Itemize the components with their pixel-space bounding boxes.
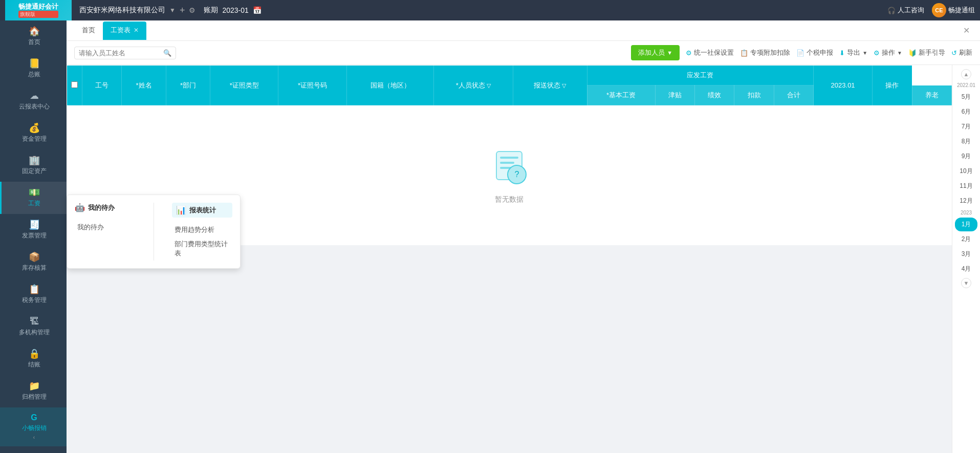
top-header: 畅捷通好会计 旗舰版 西安虾米网络科技有限公司 ▼ + ⚙ 账期 2023-01… <box>0 0 980 20</box>
user-area[interactable]: CE 畅捷通组 <box>932 3 975 17</box>
search-wrap: 🔍 <box>74 47 176 59</box>
calendar-icon[interactable]: 📅 <box>253 6 262 14</box>
popup-item-dept-expense[interactable]: 部门费用类型统计表 <box>172 237 233 261</box>
guide-icon: 🔰 <box>908 49 917 57</box>
sidebar: 🏠 首页 📒 总账 ☁ 云报表中心 💰 资金管理 🏢 固定资产 💵 工资 🧾 发… <box>0 20 67 453</box>
svg-text:?: ? <box>515 170 519 179</box>
timeline-month-12[interactable]: 12月 <box>955 194 977 208</box>
tab-salary[interactable]: 工资表 ✕ <box>103 21 146 40</box>
sidebar-item-inventory[interactable]: 📦 库存核算 <box>0 246 67 278</box>
timeline-month-5[interactable]: 5月 <box>955 90 977 104</box>
special-deduct-btn[interactable]: 📋 专项附加扣除 <box>740 48 790 57</box>
id-number-header: *证照号码 <box>278 66 346 105</box>
sidebar-item-home[interactable]: 🏠 首页 <box>0 20 67 53</box>
toolbar: 🔍 添加人员 ▼ ⚙ 统一社保设置 📋 专项附加扣除 📄 个税申报 <box>67 41 980 65</box>
tab-home[interactable]: 首页 <box>74 21 103 40</box>
sidebar-item-invoice[interactable]: 🧾 发票管理 <box>0 214 67 246</box>
add-person-label: 添加人员 <box>638 48 665 57</box>
settings-icon[interactable]: ⚙ <box>189 6 195 14</box>
logo-area: 畅捷通好会计 旗舰版 <box>5 0 72 20</box>
sidebar-item-basic-settings[interactable]: ⚙ 基础设置 <box>0 446 67 453</box>
export-btn[interactable]: ⬇ 导出 ▼ <box>839 48 867 57</box>
closing-icon: 🔒 <box>29 349 40 358</box>
sidebar-item-fund[interactable]: 💰 资金管理 <box>0 117 67 149</box>
sidebar-item-fixed-assets[interactable]: 🏢 固定资产 <box>0 149 67 182</box>
new-guide-toolbar-label: 新手引导 <box>919 48 945 57</box>
support-btn[interactable]: 🎧 人工咨询 <box>887 6 924 15</box>
country-header: 国籍（地区） <box>346 66 434 105</box>
add-company-icon[interactable]: + <box>180 5 185 16</box>
refresh-btn[interactable]: ↺ 刷新 <box>951 48 972 57</box>
company-selector[interactable]: 西安虾米网络科技有限公司 ▼ + ⚙ 账期 2023-01 📅 <box>72 5 269 16</box>
sidebar-item-ledger[interactable]: 📒 总账 <box>0 53 67 85</box>
timeline-month-10[interactable]: 10月 <box>955 164 977 178</box>
timeline-month-8[interactable]: 8月 <box>955 135 977 148</box>
timeline-year-2022: 2022.01 <box>957 81 975 90</box>
add-person-dropdown-icon: ▼ <box>667 50 672 56</box>
sidebar-label-cloud: 云报表中心 <box>19 102 50 111</box>
logo-text: 畅捷通好会计 <box>18 3 58 11</box>
timeline-year-2023: 2023 <box>961 208 972 217</box>
popup-item-expense-trend[interactable]: 费用趋势分析 <box>172 223 233 237</box>
period-value[interactable]: 2023-01 <box>222 6 248 14</box>
pending-icon: 🤖 <box>75 203 85 212</box>
xiaochang-icon: G <box>31 414 37 422</box>
select-all-checkbox[interactable] <box>71 81 78 88</box>
tab-close-main-icon[interactable]: ✕ <box>961 23 972 38</box>
timeline-month-9[interactable]: 9月 <box>955 149 977 163</box>
popup-item-my-pending-label: 我的待办 <box>77 223 104 232</box>
timeline-month-2[interactable]: 2月 <box>955 232 977 246</box>
person-status-filter-icon[interactable]: ▽ <box>487 82 491 89</box>
sidebar-item-xiaochang[interactable]: G 小畅报销 ‹ <box>0 407 67 446</box>
sidebar-label-archive: 归档管理 <box>22 393 47 401</box>
sidebar-item-tax[interactable]: 📋 税务管理 <box>0 278 67 311</box>
new-guide-toolbar-btn[interactable]: 🔰 新手引导 <box>908 48 945 57</box>
report-status-header: 报送状态 ▽ <box>513 66 587 105</box>
sidebar-label-multi: 多机构管理 <box>19 328 50 337</box>
search-icon[interactable]: 🔍 <box>163 49 171 57</box>
id-type-header: *证照类型 <box>210 66 278 105</box>
tab-close-icon[interactable]: ✕ <box>134 27 139 34</box>
timeline-down-nav[interactable]: ▼ <box>961 278 971 288</box>
company-dropdown-icon[interactable]: ▼ <box>169 7 176 14</box>
special-deduct-label: 专项附加扣除 <box>750 48 790 57</box>
personal-tax-icon: 📄 <box>796 49 804 57</box>
sidebar-item-cloud-report[interactable]: ☁ 云报表中心 <box>0 85 67 117</box>
operation-label: 操作 <box>882 48 895 57</box>
sidebar-item-multi-org[interactable]: 🏗 多机构管理 <box>0 311 67 343</box>
checkbox-header[interactable] <box>67 66 82 105</box>
timeline-month-1[interactable]: 1月 <box>955 218 977 231</box>
personal-tax-btn[interactable]: 📄 个税申报 <box>796 48 833 57</box>
special-deduct-icon: 📋 <box>740 49 748 57</box>
timeline-month-11[interactable]: 11月 <box>955 179 977 193</box>
sidebar-label-closing: 结账 <box>28 360 40 369</box>
timeline-month-3[interactable]: 3月 <box>955 247 977 261</box>
sidebar-item-salary[interactable]: 💵 工资 <box>0 182 67 214</box>
sidebar-item-closing[interactable]: 🔒 结账 <box>0 343 67 375</box>
inventory-icon: 📦 <box>29 252 40 262</box>
timeline-month-4[interactable]: 4月 <box>955 262 977 276</box>
logo-badge: 旗舰版 <box>18 11 58 18</box>
fixed-assets-icon: 🏢 <box>29 156 40 165</box>
fund-icon: 💰 <box>29 123 40 133</box>
social-insurance-btn[interactable]: ⚙ 统一社保设置 <box>686 48 734 57</box>
empty-text: 暂无数据 <box>495 195 524 204</box>
popup-item-my-pending[interactable]: 我的待办 <box>75 220 136 234</box>
report-icon: 📊 <box>176 205 186 215</box>
report-status-filter-icon[interactable]: ▽ <box>562 82 566 89</box>
tab-home-label: 首页 <box>82 26 95 34</box>
timeline-month-7[interactable]: 7月 <box>955 120 977 134</box>
timeline-month-6[interactable]: 6月 <box>955 105 977 119</box>
sidebar-item-archive[interactable]: 📁 归档管理 <box>0 375 67 407</box>
add-person-button[interactable]: 添加人员 ▼ <box>631 45 680 60</box>
tab-bar: 首页 工资表 ✕ ✕ <box>67 20 980 41</box>
operation-header: 操作 <box>873 66 912 105</box>
operation-btn[interactable]: ⚙ 操作 ▼ <box>874 48 902 57</box>
timeline-up-nav[interactable]: ▲ <box>961 69 971 79</box>
headset-icon: 🎧 <box>887 7 896 14</box>
search-input[interactable] <box>79 49 161 57</box>
performance-header: 绩效 <box>695 85 734 105</box>
export-icon: ⬇ <box>839 49 845 57</box>
sidebar-collapse-icon[interactable]: ‹ <box>33 435 35 440</box>
salary-icon: 💵 <box>29 188 40 197</box>
